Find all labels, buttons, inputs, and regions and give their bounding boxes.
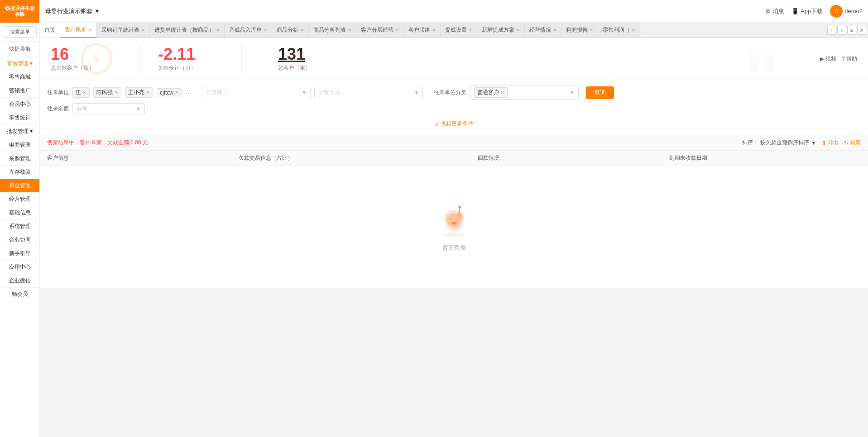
filter-tag-4-close[interactable]: ✕ <box>175 90 179 95</box>
refresh-icon: ↻ <box>844 140 849 146</box>
tab-close-all-button[interactable]: ✕ <box>857 26 866 35</box>
tab-close-inbound-stats[interactable]: ✕ <box>216 28 220 33</box>
collapse-button[interactable]: ∧ 收起更多条件 <box>433 118 475 129</box>
more-tags-button[interactable]: ··· <box>186 89 191 96</box>
tab-purchase-order-stats[interactable]: 采购订单统计表✕ <box>97 23 150 38</box>
topbar-left: 母婴行业演示帐套 ▼ <box>45 7 100 15</box>
stat-divider-1 <box>139 45 140 72</box>
sidebar-item-enterprise-collab[interactable]: 企业协同 <box>0 233 39 247</box>
sidebar-item-retail-mgmt[interactable]: 零售管理 ▾ <box>0 57 39 71</box>
balance-chevron-icon: ▼ <box>136 106 141 111</box>
search-menu-area[interactable]: 搜索菜单 <box>0 23 39 42</box>
filter-tag-4[interactable]: cjttcw ✕ <box>157 88 182 97</box>
tab-close-customer-segment[interactable]: ✕ <box>395 28 399 33</box>
sidebar-item-basic-info[interactable]: 基础信息 <box>0 206 39 220</box>
sort-select[interactable]: 排序： 按欠款金额倒序排序 ▼ <box>742 139 816 147</box>
person-filter[interactable]: 分管人员 ··· ▼ <box>314 87 423 98</box>
sidebar-item-retail-stats[interactable]: 零售统计 <box>0 111 39 125</box>
dept-filter[interactable]: 分管部门 ··· ▼ <box>202 87 311 98</box>
tab-close-promotion-settings[interactable]: ✕ <box>469 28 472 33</box>
sidebar-item-vip-member[interactable]: 畅会员 <box>0 288 39 301</box>
tab-close-product-inbound[interactable]: ✕ <box>264 28 267 33</box>
tab-new-promotion-plan[interactable]: 新增提成方案✕ <box>477 23 525 38</box>
tab-close-retail-profit[interactable]: ✕ <box>632 28 635 33</box>
page-content: ¥ 16 总欠款客户（家） ✦ -2.11 欠款合计（万） 131 <box>40 38 868 437</box>
tab-close-customer-contact[interactable]: ✕ <box>432 28 436 33</box>
tab-profit-report[interactable]: 利润报告✕ <box>561 23 598 38</box>
tab-close-product-analysis[interactable]: ✕ <box>300 28 304 33</box>
sidebar-item-app-center[interactable]: 应用中心 <box>0 261 39 274</box>
total-debt-customers-number: 16 <box>51 46 69 62</box>
tab-close-business-situation[interactable]: ✕ <box>553 28 556 33</box>
tab-label-new-promotion-plan: 新增提成方案 <box>482 26 514 34</box>
filter-tag-3-close[interactable]: ✕ <box>146 90 150 95</box>
tab-close-product-analysis-list[interactable]: ✕ <box>348 28 351 33</box>
filter-tag-1-close[interactable]: ✕ <box>82 90 86 95</box>
tab-promotion-settings[interactable]: 提成设置✕ <box>441 23 477 38</box>
messages-button[interactable]: ✉ 消息 <box>766 7 784 15</box>
refresh-label: 刷新 <box>850 139 861 147</box>
tab-expand-button[interactable]: ≡ <box>847 26 856 35</box>
svg-text:✦: ✦ <box>291 54 297 62</box>
tab-inbound-stats[interactable]: 进货单统计表（按商品）✕ <box>150 23 225 38</box>
account-selector[interactable]: 母婴行业演示帐套 ▼ <box>45 7 100 15</box>
sidebar-item-member-center[interactable]: 会员中心 <box>0 98 39 111</box>
category-tag-close[interactable]: ✕ <box>500 90 504 95</box>
sidebar-item-new-guide[interactable]: 新手引导 <box>0 247 39 261</box>
tab-prev-button[interactable]: ‹ <box>827 26 836 35</box>
tab-home[interactable]: 首页 <box>40 23 60 38</box>
refresh-button[interactable]: ↻ 刷新 <box>844 139 861 147</box>
video-button[interactable]: ▶ 视频 <box>820 55 836 63</box>
tab-business-situation[interactable]: 经营情况✕ <box>525 23 561 38</box>
tab-product-analysis-list[interactable]: 商品分析列表✕ <box>309 23 356 38</box>
sidebar-item-ecommerce-mgmt[interactable]: 电商管理 <box>0 138 39 152</box>
user-profile[interactable]: D demo2 <box>830 5 863 18</box>
filter-tag-1[interactable]: 伍 ✕ <box>72 87 90 98</box>
help-button[interactable]: ? 帮助 <box>842 55 857 63</box>
tab-product-inbound[interactable]: 产成品入库单✕ <box>225 23 272 38</box>
balance-filter[interactable]: 选择... ▼ <box>72 103 145 114</box>
filter-row-2: 往来余额 选择... ▼ <box>47 103 861 114</box>
sidebar-item-purchase-mgmt[interactable]: 采购管理 <box>0 152 39 166</box>
search-menu-button[interactable]: 搜索菜单 <box>3 26 37 38</box>
tab-close-new-promotion-plan[interactable]: ✕ <box>516 28 520 33</box>
app-download-button[interactable]: 📱 App下载 <box>791 7 823 15</box>
yuan-bg-icon: ¥ <box>81 43 112 75</box>
svg-rect-10 <box>766 54 768 56</box>
sidebar-item-enterprise-wechat[interactable]: 企业微信 <box>0 274 39 288</box>
logo-subtext: 标版 <box>15 11 25 17</box>
tab-close-customer-account[interactable]: ✕ <box>88 27 92 32</box>
sidebar-item-system-mgmt[interactable]: 系统管理 <box>0 220 39 233</box>
building-bg-icon <box>746 43 777 76</box>
query-button[interactable]: 查询 <box>586 86 614 99</box>
filter-tag-3[interactable]: 王小亮 ✕ <box>125 87 153 98</box>
category-tag[interactable]: 普通客户 ✕ <box>474 87 508 98</box>
sidebar-item-retail-mall[interactable]: 零售商城 <box>0 71 39 84</box>
dept-chevron-icon: ▼ <box>302 90 307 95</box>
filter-tag-2-close[interactable]: ✕ <box>114 90 118 95</box>
quick-nav-button[interactable]: 快捷导航 <box>0 42 39 57</box>
sidebar-item-inventory[interactable]: 库存核算 <box>0 166 39 179</box>
tab-customer-contact[interactable]: 客户联络✕ <box>404 23 441 38</box>
tab-retail-profit[interactable]: 零售利润（✕ <box>598 23 640 38</box>
diamond-bg-icon: ✦ <box>280 45 307 73</box>
tab-close-profit-report[interactable]: ✕ <box>590 28 593 33</box>
sidebar-item-capital-mgmt[interactable]: 资金管理 <box>0 179 39 193</box>
results-suffix: 家 <box>96 139 102 146</box>
filter-row-1: 往来单位 伍 ✕ 陈民强 ✕ 王小亮 ✕ cjttcw ✕ ··· <box>47 86 861 100</box>
filter-tag-2[interactable]: 陈民强 ✕ <box>93 87 121 98</box>
sidebar-item-batch-mgmt[interactable]: 批发管理 ▾ <box>0 125 39 138</box>
tab-close-purchase-order-stats[interactable]: ✕ <box>141 28 145 33</box>
export-button[interactable]: ⬆ 导出 <box>822 139 839 147</box>
tab-product-analysis[interactable]: 商品分析✕ <box>272 23 309 38</box>
sidebar-item-business-mgmt[interactable]: 经营管理 <box>0 193 39 206</box>
play-icon: ▶ <box>820 56 824 62</box>
tab-customer-segment[interactable]: 客户分层经营✕ <box>356 23 404 38</box>
sidebar-item-marketing[interactable]: 营销推广 <box>0 84 39 98</box>
tab-next-button[interactable]: › <box>837 26 846 35</box>
tab-customer-account[interactable]: 客户账本✕ <box>60 23 97 38</box>
category-filter[interactable]: 普通客户 ✕ ▼ <box>470 86 579 100</box>
amount-value: 0.00 <box>130 139 141 146</box>
filter-tag-4-label: cjttcw <box>160 90 173 96</box>
chevron-up-icon: ∧ <box>435 121 439 127</box>
